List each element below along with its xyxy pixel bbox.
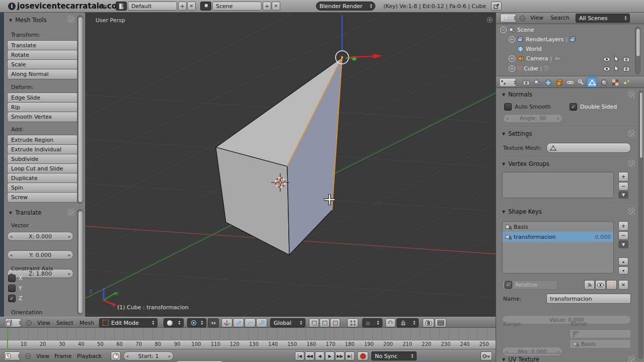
constraint-x-row[interactable]: X	[8, 275, 23, 282]
expand-icon[interactable]: +	[509, 65, 515, 72]
mode-select[interactable]: Edit Mode ▴▾	[99, 318, 157, 327]
next-keyframe-button[interactable]: ▶▶	[335, 351, 345, 360]
tab-scene[interactable]	[532, 77, 542, 87]
camera-restrict-icon[interactable]	[623, 66, 630, 71]
tab-world[interactable]	[543, 77, 553, 87]
face-select-mode-button[interactable]	[330, 318, 340, 327]
panel-grip-icon[interactable]	[67, 209, 74, 216]
shape-keys-panel-header[interactable]: ▼Shape Keys	[502, 208, 542, 215]
menu-select[interactable]: Select	[56, 320, 73, 326]
vector-y-field[interactable]: ◂Y: 0.000▸	[7, 250, 73, 259]
constraint-z-row[interactable]: ✓ Z	[8, 295, 23, 302]
scene-field[interactable]: Scene	[212, 2, 262, 11]
cursor-arrow-icon[interactable]	[614, 65, 619, 72]
outliner-row-cube[interactable]: + ▽ Cube | ▽	[509, 65, 549, 72]
vector-x-field[interactable]: ◂X: 0.000▸	[7, 232, 73, 241]
collapse-menus-icon[interactable]: −	[25, 353, 31, 359]
duplicate-button[interactable]: Duplicate	[7, 173, 78, 184]
manipulator-rotate-button[interactable]	[245, 318, 256, 327]
relative-row[interactable]: ✓ Relative	[502, 280, 557, 290]
shape-key-remove-button[interactable]: −	[618, 231, 628, 240]
region-expand-icon[interactable]: +	[487, 17, 493, 23]
shape-key-row-transformacion-selected[interactable]: transformacion 0.000	[503, 232, 613, 242]
vertex-select-mode-button[interactable]	[309, 318, 319, 327]
editor-type-button-3dview[interactable]: ▴▾	[5, 318, 21, 327]
gizmo-x-axis[interactable]	[349, 56, 374, 57]
transform-manipulator[interactable]	[336, 15, 383, 64]
shape-key-move-down-button[interactable]: ▾	[618, 266, 628, 275]
camera-data-icon[interactable]	[554, 56, 561, 61]
shape-key-move-up-button[interactable]: ▴	[618, 257, 628, 265]
cube-mesh[interactable]	[216, 57, 342, 255]
jump-to-end-button[interactable]: ▶|	[345, 351, 355, 360]
screen-layout-field[interactable]: Default	[128, 2, 177, 11]
frame-start-field[interactable]: ◂Start: 1▸	[123, 351, 174, 360]
double-sided-row[interactable]: ✓ Double Sided	[570, 103, 617, 111]
translate-panel-scrollbar[interactable]	[77, 209, 83, 315]
prev-keyframe-button[interactable]: ◀◀	[305, 351, 314, 360]
outliner-filter-select[interactable]: All Scenes ▴▾	[576, 14, 630, 23]
transform-orientation-select[interactable]: Global ▴▾	[270, 318, 305, 327]
render-animation-button[interactable]	[435, 318, 446, 327]
snap-element-select[interactable]: ▴▾	[396, 318, 419, 327]
smooth-vertex-button[interactable]: Smooth Vertex	[7, 112, 78, 122]
tab-modifiers[interactable]	[576, 77, 586, 87]
settings-panel-header[interactable]: ▼Settings	[502, 130, 532, 137]
jump-to-start-button[interactable]: |◀	[295, 351, 304, 360]
checkbox-y-unchecked[interactable]	[8, 285, 16, 292]
menu-help-fragment[interactable]: elp	[99, 3, 107, 10]
cursor-arrow-icon[interactable]	[614, 56, 619, 62]
proportional-edit-select[interactable]: ◎ ▴▾	[362, 318, 382, 327]
vertex-group-specials-button[interactable]: ▼	[618, 191, 628, 199]
tab-particles[interactable]: ✦✦	[621, 77, 631, 87]
loop-cut-button[interactable]: Loop Cut and Slide	[7, 163, 78, 174]
camera-restrict-icon[interactable]	[623, 56, 630, 62]
checkbox-x-unchecked[interactable]	[8, 275, 16, 282]
viewport-shading-select[interactable]: ▴▾	[164, 318, 184, 327]
manipulator-translate-button[interactable]	[233, 318, 244, 327]
outliner-row-world[interactable]: World	[517, 46, 542, 52]
tab-constraints[interactable]	[565, 77, 576, 87]
collapse-menus-icon[interactable]: −	[520, 16, 525, 21]
shape-key-pin-button[interactable]	[584, 280, 595, 290]
menu-view[interactable]: View	[37, 320, 50, 326]
timeline-ruler[interactable]: 1020304050607080901001101201301401501601…	[0, 340, 496, 349]
snap-toggle-button[interactable]	[385, 318, 395, 327]
limit-to-visible-button[interactable]	[347, 318, 358, 327]
auto-smooth-checkbox-unchecked[interactable]	[504, 103, 512, 111]
scale-button[interactable]: Scale	[7, 59, 78, 70]
menu-frame[interactable]: Frame	[54, 353, 71, 359]
menu-playback[interactable]: Playback	[77, 353, 102, 359]
selected-vertex[interactable]	[341, 56, 343, 58]
pivot-point-select[interactable]: ▴▾	[187, 318, 206, 327]
outliner-row-camera[interactable]: + Camera |	[509, 55, 561, 62]
texture-mesh-field[interactable]	[546, 143, 631, 153]
vertex-group-add-button[interactable]: +	[618, 172, 628, 182]
tab-object[interactable]	[554, 77, 565, 87]
play-reverse-button[interactable]: ◀	[315, 351, 325, 360]
tab-material[interactable]	[599, 77, 609, 87]
rip-button[interactable]: Rip	[7, 102, 78, 113]
keying-set-button[interactable]	[111, 351, 121, 360]
timeline-track-area[interactable]	[0, 328, 496, 340]
render-opengl-button[interactable]	[423, 318, 434, 327]
tab-texture[interactable]	[610, 77, 620, 87]
panel-grip-icon[interactable]	[628, 130, 635, 137]
panel-grip-icon[interactable]	[628, 160, 635, 167]
edge-select-mode-button[interactable]	[319, 318, 330, 327]
editor-type-button-timeline[interactable]: ▴▾	[4, 351, 20, 360]
spin-button[interactable]: Spin	[7, 183, 78, 193]
relative-checkbox-checked[interactable]: ✓	[505, 281, 512, 289]
record-button[interactable]	[357, 351, 368, 360]
outliner-scrollbar[interactable]	[635, 27, 640, 74]
checkbox-z-checked[interactable]: ✓	[8, 295, 16, 302]
tool-shelf-scrollbar[interactable]	[77, 15, 83, 204]
manipulator-scale-button[interactable]	[256, 318, 267, 327]
screen-close-button[interactable]: ✕	[187, 2, 196, 11]
camera-restrict-toggles[interactable]	[603, 56, 630, 62]
shape-key-specials-button[interactable]: ▼	[618, 240, 628, 248]
translate-button[interactable]: Translate	[7, 40, 78, 51]
extrude-region-button[interactable]: Extrude Region	[7, 135, 78, 145]
shape-key-edit-mode-button[interactable]	[606, 280, 617, 290]
renderlayers-data-icon[interactable]	[570, 37, 576, 42]
